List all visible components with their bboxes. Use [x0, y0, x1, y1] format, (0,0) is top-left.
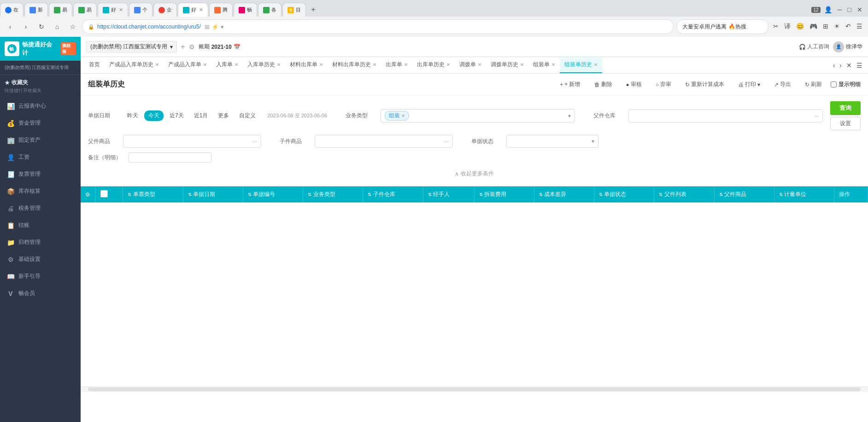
browser-tab-4[interactable]: 易 [73, 3, 97, 17]
nav-more-icon[interactable]: ☰ [855, 61, 864, 70]
nav-tab-close-11[interactable]: ✕ [551, 62, 555, 67]
browser-profile-icon[interactable]: 👤 [822, 5, 834, 14]
tab-close-5[interactable]: ✕ [119, 7, 123, 13]
browser-tab-6[interactable]: 个 [129, 3, 152, 17]
browser-tab-8[interactable]: 好 ✕ [178, 3, 208, 17]
cut-icon[interactable]: ✂ [771, 21, 780, 33]
sidebar-item-fixed-assets[interactable]: 🏢 固定资产 [0, 132, 81, 149]
browser-maximize-icon[interactable]: □ [846, 5, 853, 14]
parent-warehouse-dots[interactable]: ··· [814, 113, 819, 119]
new-button[interactable]: + + 新增 [555, 78, 585, 91]
nav-tab-close-6[interactable]: ✕ [373, 62, 376, 67]
nav-tab-close-10[interactable]: ✕ [520, 62, 524, 67]
nav-tab-outbound[interactable]: 出库单 ✕ [381, 58, 412, 73]
col-header-handler[interactable]: ⇅ 经手人 [423, 186, 474, 202]
nav-tab-material-out-history[interactable]: 材料出库单历史 ✕ [328, 58, 381, 73]
new-tab-button[interactable]: + [307, 3, 320, 16]
col-header-unit[interactable]: ⇅ 计量单位 [774, 186, 834, 202]
nav-tab-finished-history[interactable]: 产成品入库单历史 ✕ [105, 58, 164, 73]
browser-tab-2[interactable]: 新 [24, 3, 48, 17]
game-icon[interactable]: 🎮 [808, 21, 819, 33]
sidebar-item-guide[interactable]: 📖 新手引导 [0, 268, 81, 285]
nav-tab-material-out[interactable]: 材料出库单 ✕ [285, 58, 328, 73]
sidebar-item-cloud-reports[interactable]: 📊 云报表中心 [0, 98, 81, 115]
nav-tab-close-1[interactable]: ✕ [155, 62, 159, 67]
sidebar-item-settlement[interactable]: 📋 结账 [0, 217, 81, 234]
nav-tab-close-9[interactable]: ✕ [478, 62, 481, 67]
abandon-button[interactable]: ○ 弃审 [651, 78, 676, 91]
browser-search-bar[interactable]: 大量安卓用户逃离 🔥热搜 [676, 19, 768, 34]
nav-tab-close-12[interactable]: ✕ [594, 62, 598, 67]
date-btn-more[interactable]: 更多 [214, 110, 233, 121]
child-goods-dots[interactable]: ··· [444, 138, 449, 145]
refresh-button-page[interactable]: ↻ 刷新 [800, 78, 827, 91]
tab-close-8[interactable]: ✕ [199, 7, 203, 13]
sidebar-item-tax[interactable]: 🖨 税务管理 [0, 200, 81, 217]
undo-icon[interactable]: ↶ [844, 21, 853, 33]
browser-tab-7[interactable]: 企 [153, 3, 177, 17]
calendar-icon[interactable]: 📅 [234, 44, 240, 50]
col-header-slip-status[interactable]: ⇅ 单据状态 [594, 186, 654, 202]
translate-icon[interactable]: 译 [782, 21, 792, 33]
col-header-parent-goods[interactable]: ⇅ 父件商品 [714, 186, 774, 202]
nav-tab-transfer-history[interactable]: 调拨单历史 ✕ [486, 58, 528, 73]
table-settings-icon[interactable]: ⚙ [85, 191, 90, 198]
nav-tab-outbound-history[interactable]: 出库单历史 ✕ [412, 58, 455, 73]
col-header-child-warehouse[interactable]: ⇅ 子件仓库 [363, 186, 423, 202]
emoji-icon[interactable]: 😊 [794, 21, 806, 33]
nav-next-icon[interactable]: › [838, 61, 844, 70]
back-button[interactable]: ‹ [4, 20, 17, 33]
address-grid-icon[interactable]: ⊞ [205, 23, 210, 30]
table-checkbox-header[interactable] [95, 186, 123, 202]
date-btn-custom[interactable]: 自定义 [235, 110, 260, 121]
print-button[interactable]: 🖨 打印 ▾ [733, 78, 765, 91]
table-settings-header[interactable]: ⚙ [81, 186, 95, 202]
sidebar-item-payroll[interactable]: 👤 工资 [0, 149, 81, 166]
sidebar-item-member[interactable]: V 畅会员 [0, 285, 81, 302]
browser-tab-11[interactable]: 各 [258, 3, 282, 17]
recalculate-button[interactable]: ↻ 重新计算成本 [680, 78, 729, 91]
remarks-input[interactable] [129, 152, 211, 162]
home-button[interactable]: ⌂ [51, 20, 64, 33]
col-header-disassemble-fee[interactable]: ⇅ 拆装费用 [474, 186, 534, 202]
grid-icon[interactable]: ⊞ [821, 21, 830, 33]
biz-type-dropdown-icon[interactable]: ▾ [568, 113, 571, 119]
show-details-checkbox[interactable]: 显示明细 [831, 81, 861, 88]
refresh-button[interactable]: ↻ [35, 20, 48, 33]
sidebar-item-archive[interactable]: 📁 归档管理 [0, 234, 81, 251]
address-bar[interactable]: 🔒 https://cloud.chanjet.com/accounting/u… [82, 19, 674, 34]
nav-tab-assembly[interactable]: 组装单 ✕ [528, 58, 560, 73]
nav-prev-icon[interactable]: ‹ [831, 61, 837, 70]
nav-close-icon[interactable]: ✕ [845, 61, 854, 70]
bookmark-button[interactable]: ☆ [66, 20, 79, 33]
sidebar-item-invoice[interactable]: 🧾 发票管理 [0, 166, 81, 183]
nav-tab-inbound-history[interactable]: 入库单历史 ✕ [243, 58, 285, 73]
select-all-checkbox[interactable] [100, 190, 108, 197]
sidebar-item-fund-management[interactable]: 💰 资金管理 [0, 115, 81, 132]
forward-button[interactable]: › [19, 20, 32, 33]
browser-tab-5[interactable]: 好 ✕ [98, 3, 128, 17]
parent-goods-dots[interactable]: ··· [252, 138, 257, 145]
export-button[interactable]: ↗ 导出 [769, 78, 796, 91]
browser-tab-10[interactable]: 畅 [234, 3, 257, 17]
biz-type-tag-remove[interactable]: ✕ [401, 113, 405, 118]
collapse-button[interactable]: ∧ 收起更多条件 [88, 167, 861, 180]
delete-button[interactable]: 🗑 删除 [589, 78, 617, 91]
nav-tab-close-2[interactable]: ✕ [203, 62, 207, 67]
browser-minimize-icon[interactable]: ─ [836, 5, 844, 14]
user-info[interactable]: 👤 徐泽华 [833, 41, 862, 52]
col-header-parent-list[interactable]: ⇅ 父件列表 [654, 186, 714, 202]
nav-tab-transfer[interactable]: 调拨单 ✕ [455, 58, 486, 73]
nav-tab-assembly-history[interactable]: 组装单历史 ✕ [560, 58, 602, 73]
nav-tab-close-4[interactable]: ✕ [277, 62, 281, 67]
slip-status-dropdown-icon[interactable]: ▾ [592, 138, 594, 145]
service-button[interactable]: 🎧 人工咨询 [799, 43, 829, 51]
sun-icon[interactable]: ☀ [832, 21, 842, 33]
add-company-icon[interactable]: + [181, 43, 185, 51]
nav-tab-close-8[interactable]: ✕ [446, 62, 450, 67]
company-selector[interactable]: (勿删勿禁用) 江西服宝测试专用 ▾ [86, 41, 177, 52]
favorites-sub[interactable]: 快捷键打开收藏夹 [5, 87, 76, 94]
menu-icon[interactable]: ☰ [855, 21, 864, 33]
browser-close-icon[interactable]: ✕ [855, 5, 864, 14]
date-btn-yesterday[interactable]: 昨天 [123, 110, 142, 121]
